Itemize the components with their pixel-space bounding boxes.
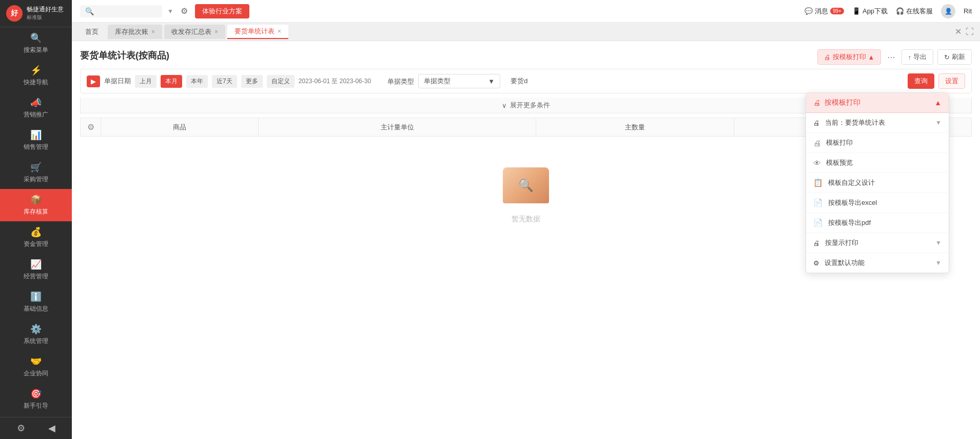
table-gear-icon[interactable]: ⚙ [87, 123, 94, 131]
current-template-arrow: ▼ [935, 119, 942, 126]
type-select-chevron: ▼ [488, 78, 495, 85]
system-icon: ⚙️ [30, 323, 42, 335]
logo-badge: 标准版 [27, 14, 64, 21]
date-custom-btn[interactable]: 自定义 [267, 75, 295, 88]
tab-batch[interactable]: 库存批次账 × [108, 25, 162, 39]
template-preview-icon: 👁 [813, 159, 821, 167]
date-this-year-btn[interactable]: 本年 [186, 75, 208, 88]
topbar-search-box[interactable]: 🔍 [80, 5, 162, 17]
date-last-month-btn[interactable]: 上月 [135, 75, 156, 88]
print-template-btn[interactable]: 🖨 按模板打印 ▲ [817, 49, 881, 65]
sidebar-item-purchase[interactable]: 🛒 采购管理 [0, 157, 72, 189]
sidebar-item-beginner[interactable]: 🎯 新手引导 [0, 383, 72, 415]
default-func-left: ⚙ 设置默认功能 [813, 258, 865, 268]
date-range-display: 2023-06-01 至 2023-06-30 [299, 77, 371, 86]
settings-footer-icon[interactable]: ⚙ [17, 423, 25, 434]
enterprise-icon: 🤝 [30, 356, 42, 367]
tab-summary[interactable]: 收发存汇总表 × [164, 25, 225, 39]
search-chevron-icon[interactable]: ▼ [167, 8, 173, 15]
current-template-left: 🖨 当前：要货单统计表 [813, 118, 885, 127]
tab-order-stat[interactable]: 要货单统计表 × [227, 25, 288, 39]
print-arrow-up-icon: ▲ [868, 53, 875, 61]
trial-btn[interactable]: 体验行业方案 [195, 4, 249, 18]
online-service-label: 在线客服 [906, 7, 933, 16]
dropdown-export-excel[interactable]: 📄 按模板导出excel [806, 193, 949, 213]
sidebar-logo: 好 畅捷通好生意 标准版 [0, 0, 72, 27]
sidebar-item-inventory[interactable]: 📦 库存核算 [0, 189, 72, 221]
sidebar-item-enterprise[interactable]: 🤝 企业协同 [0, 351, 72, 383]
online-service-item[interactable]: 🎧 在线客服 [896, 7, 933, 16]
export-btn[interactable]: ↑ 导出 [901, 49, 934, 65]
dropdown-current-template[interactable]: 🖨 当前：要货单统计表 ▼ [806, 113, 949, 133]
dropdown-template-preview[interactable]: 👁 模板预览 [806, 153, 949, 173]
sidebar-item-marketing[interactable]: 📣 营销推广 [0, 92, 72, 124]
print-header-icon: 🖨 [813, 99, 820, 107]
inventory-icon: 📦 [30, 194, 42, 205]
export-btn-label: 导出 [913, 52, 927, 62]
tab-summary-close[interactable]: × [214, 28, 218, 35]
logo-text-block: 畅捷通好生意 标准版 [27, 6, 64, 21]
sidebar-label-purchase: 采购管理 [24, 175, 48, 184]
basic-icon: ℹ️ [30, 291, 42, 302]
sidebar-item-basic[interactable]: ℹ️ 基础信息 [0, 286, 72, 318]
print-btn-label: 按模板打印 [833, 52, 866, 62]
sidebar-label-search: 搜索菜单 [24, 46, 48, 54]
sidebar-label-basic: 基础信息 [24, 304, 48, 313]
message-icon: 💬 [805, 7, 813, 15]
empty-state-text: 暂无数据 [512, 215, 540, 224]
avatar-icon: 👤 [945, 8, 952, 15]
purchase-icon: 🛒 [30, 162, 42, 173]
sidebar-item-operations[interactable]: 📈 经营管理 [0, 254, 72, 286]
export-excel-label: 按模板导出excel [828, 198, 877, 207]
date-this-month-btn[interactable]: 本月 [161, 75, 182, 88]
dropdown-display-print[interactable]: 🖨 按显示打印 ▼ [806, 233, 949, 253]
table-gear-col: ⚙ [81, 118, 101, 137]
default-func-label: 设置默认功能 [825, 258, 865, 268]
avatar[interactable]: 👤 [941, 4, 955, 18]
operations-icon: 📈 [30, 259, 42, 270]
date-7days-btn[interactable]: 近7天 [212, 75, 237, 88]
col-unit: 主计量单位 [258, 118, 536, 137]
collapse-sidebar-icon[interactable]: ◀ [48, 423, 55, 434]
app-download-item[interactable]: 📱 App下载 [852, 7, 888, 16]
sidebar: 好 畅捷通好生意 标准版 🔍 搜索菜单 ⚡ 快捷导航 📣 营销推广 📊 销售管理… [0, 0, 72, 439]
settings-btn[interactable]: 设置 [938, 73, 965, 89]
message-item[interactable]: 💬 消息 99+ [805, 7, 844, 16]
sidebar-label-inventory: 库存核算 [24, 207, 48, 216]
current-template-label: 当前：要货单统计表 [825, 118, 885, 127]
refresh-btn[interactable]: ↻ 刷新 [937, 49, 972, 65]
tab-home-label: 首页 [85, 27, 99, 36]
tab-batch-close[interactable]: × [151, 28, 155, 35]
dropdown-template-print[interactable]: 🖨 模板打印 [806, 133, 949, 153]
print-dropdown-close[interactable]: ▲ [934, 99, 942, 107]
beginner-icon: 🎯 [30, 388, 42, 399]
sidebar-item-finance[interactable]: 💰 资金管理 [0, 221, 72, 254]
dropdown-default-func[interactable]: ⚙ 设置默认功能 ▼ [806, 253, 949, 273]
topbar-gear-icon[interactable]: ⚙ [181, 6, 188, 16]
tab-close-all-icon[interactable]: ✕ [955, 27, 962, 36]
query-btn[interactable]: 查询 [908, 73, 934, 89]
type-filter-label: 单据类型 [387, 78, 414, 85]
export-pdf-label: 按模板导出pdf [828, 218, 871, 227]
tab-order-stat-close[interactable]: × [278, 28, 281, 35]
sidebar-item-search[interactable]: 🔍 搜索菜单 [0, 27, 72, 60]
sidebar-item-quick-nav[interactable]: ⚡ 快捷导航 [0, 60, 72, 92]
more-actions-icon[interactable]: ··· [885, 52, 897, 63]
sidebar-item-system[interactable]: ⚙️ 系统管理 [0, 318, 72, 351]
search-nav-icon: 🔍 [30, 32, 42, 44]
cargo-filter-group: 要货d [511, 77, 527, 86]
type-select[interactable]: 单据类型 ▼ [418, 74, 500, 88]
date-filter-label: 单据日期 [104, 77, 131, 86]
dropdown-export-pdf[interactable]: 📄 按模板导出pdf [806, 213, 949, 233]
refresh-btn-label: 刷新 [952, 52, 965, 62]
template-print-icon: 🖨 [813, 139, 821, 147]
tabs-bar: 首页 库存批次账 × 收发存汇总表 × 要货单统计表 × ✕ ⛶ [72, 23, 980, 41]
sidebar-item-sales[interactable]: 📊 销售管理 [0, 124, 72, 157]
date-more-btn[interactable]: 更多 [241, 75, 263, 88]
search-input[interactable] [97, 7, 148, 15]
template-print-label: 模板打印 [826, 138, 853, 147]
tab-home[interactable]: 首页 [78, 25, 106, 39]
filter-expand-icon-btn[interactable]: ▶ [87, 75, 100, 87]
tab-maximize-icon[interactable]: ⛶ [966, 27, 974, 36]
dropdown-template-custom[interactable]: 📋 模板自定义设计 [806, 173, 949, 193]
